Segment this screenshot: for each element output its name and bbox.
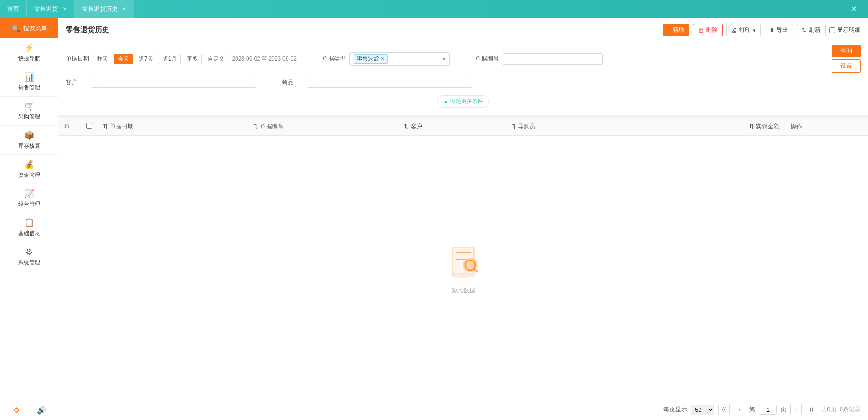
tab-retail-return-label: 零售退货 [34,5,58,13]
col-amount[interactable]: ⇅ 实销金额 [635,118,785,136]
col-guide[interactable]: ⇅ 导购员 [506,118,635,136]
query-button[interactable]: 查询 [832,45,861,57]
empty-icon [441,240,486,281]
voucher-type-label: 单据类型 [322,55,346,63]
tab-retail-return-history[interactable]: 零售退货历史 ✕ [75,0,134,18]
empty-state: 暂无数据 [58,136,868,399]
sidebar-search-button[interactable]: 🔍 搜索菜单 [0,18,58,38]
sidebar: 🔍 搜索菜单 ⚡ 快捷导航 📊 销售管理 🛒 采购管理 📦 库存核算 💰 [0,18,58,420]
quick-nav-icon: ⚡ [24,43,34,53]
tab-retail-return-history-label: 零售退货历史 [82,5,118,13]
setting-button[interactable]: 设置 [832,59,861,73]
voucher-type-filter: 单据类型 零售退货 ✕ ▾ [322,52,450,66]
collapse-filter-button[interactable]: ▲ 收起更多条件 [437,95,489,108]
last-page-button[interactable]: ⟩⟩ [806,404,817,415]
header-actions: + 新增 🗑 删除 🖨 打印 ▾ ⬆ 导出 ↻ [663,24,861,36]
tab-retail-return-close[interactable]: ✕ [62,6,67,12]
collapse-icon: ▲ [443,98,449,105]
goods-input[interactable]: ... [308,77,472,88]
tab-home-label: 首页 [7,5,19,13]
sidebar-settings-button[interactable]: ⚙ [10,404,23,417]
sidebar-item-basic-info[interactable]: 📋 基础信息 [0,213,58,242]
new-button[interactable]: + 新增 [663,24,689,36]
top-bar-right: ✕ [847,2,868,16]
top-bar: 首页 零售退货 ✕ 零售退货历史 ✕ ✕ [0,0,868,18]
table-container: ⚙ ⇅ 单据日期 ⇅ 单据编号 [58,118,868,420]
sidebar-item-finance[interactable]: 💰 资金管理 [0,155,58,184]
refresh-button[interactable]: ↻ 刷新 [797,24,826,36]
sidebar-item-quick-nav[interactable]: ⚡ 快捷导航 [0,38,58,67]
date-btns: 昨天 今天 近7天 近1月 更多 自定义 [93,54,228,64]
goods-filter: 商品 ... [282,77,472,88]
sidebar-item-sales-label: 销售管理 [18,84,40,92]
tab-retail-return-history-close[interactable]: ✕ [122,6,127,12]
empty-text: 暂无数据 [452,287,475,295]
voucher-type-tag-close[interactable]: ✕ [380,56,385,62]
sidebar-item-system-label: 系统管理 [18,259,40,266]
export-icon: ⬆ [770,27,775,34]
search-icon: 🔍 [11,24,21,33]
operations-icon: 📈 [24,189,34,199]
sidebar-item-purchase-label: 采购管理 [18,113,40,121]
next-page-button[interactable]: ⟩ [790,404,802,415]
display-detail-input[interactable] [829,27,835,33]
basic-info-icon: 📋 [24,218,34,228]
table-column-settings-icon[interactable]: ⚙ [64,123,70,130]
sidebar-item-basic-info-label: 基础信息 [18,230,40,237]
voucher-no-input[interactable] [503,53,603,65]
print-icon: 🖨 [731,27,737,34]
page-size-select[interactable]: 20 50 100 [691,405,714,415]
display-detail-checkbox[interactable]: 显示明细 [829,26,861,34]
delete-icon: 🗑 [698,27,704,34]
page-title-row: 零售退货历史 + 新增 🗑 删除 🖨 打印 ▾ ⬆ 导出 [66,24,861,36]
purchase-icon: 🛒 [24,101,34,111]
sidebar-item-purchase[interactable]: 🛒 采购管理 [0,97,58,126]
prev-page-button[interactable]: ⟨ [734,404,745,415]
sidebar-bottom: ⚙ 🔊 [0,400,58,420]
sidebar-item-inventory-label: 库存核算 [18,142,40,150]
voucher-type-select-arrow: ▾ [443,56,446,62]
col-customer[interactable]: ⇅ 客户 [398,118,505,136]
date-btn-1month[interactable]: 近1月 [159,54,181,64]
date-btn-7days[interactable]: 近7天 [135,54,157,64]
sidebar-item-system[interactable]: ⚙ 系统管理 [0,242,58,271]
settings-icon: ⚙ [13,406,20,415]
sidebar-item-inventory[interactable]: 📦 库存核算 [0,126,58,155]
tab-home[interactable]: 首页 [0,0,27,18]
system-icon: ⚙ [26,247,33,257]
date-label: 单据日期 [66,55,89,63]
date-filter: 单据日期 昨天 今天 近7天 近1月 更多 自定义 2023-06-02 至 2… [66,54,297,64]
data-table: ⚙ ⇅ 单据日期 ⇅ 单据编号 [58,118,868,136]
filter-row-1: 单据日期 昨天 今天 近7天 近1月 更多 自定义 2023-06-02 至 2… [66,45,861,73]
date-btn-custom[interactable]: 自定义 [204,54,228,64]
sidebar-item-sales[interactable]: 📊 销售管理 [0,67,58,97]
page-number-input[interactable] [759,405,777,415]
finance-icon: 💰 [24,159,34,169]
window-close-button[interactable]: ✕ [847,2,861,16]
tab-retail-return[interactable]: 零售退货 ✕ [27,0,75,18]
col-no[interactable]: ⇅ 单据编号 [248,118,398,136]
pagination-bar: 每页显示 20 50 100 ⟨⟨ ⟨ 第 页 ⟩ ⟩⟩ 共0页, 0条记录 [58,399,868,420]
date-btn-yesterday[interactable]: 昨天 [93,54,112,64]
voucher-type-select[interactable]: 零售退货 ✕ ▾ [349,52,450,66]
filter-row-2: 客户 ... 商品 ... [66,77,861,88]
sidebar-item-operations-label: 经营管理 [18,200,40,208]
col-date[interactable]: ⇅ 单据日期 [98,118,248,136]
delete-button[interactable]: 🗑 删除 [693,24,723,36]
select-all-checkbox[interactable] [86,123,92,129]
page-title: 零售退货历史 [66,26,109,35]
export-button[interactable]: ⬆ 导出 [765,24,793,36]
date-btn-today[interactable]: 今天 [114,54,133,64]
customer-label: 客户 [66,78,88,87]
sidebar-menu: ⚡ 快捷导航 📊 销售管理 🛒 采购管理 📦 库存核算 💰 资金管理 📈 [0,38,58,400]
sidebar-volume-button[interactable]: 🔊 [35,404,48,417]
page-header: 零售退货历史 + 新增 🗑 删除 🖨 打印 ▾ ⬆ 导出 [58,18,868,115]
first-page-button[interactable]: ⟨⟨ [718,404,730,415]
customer-input[interactable]: ... [92,77,256,88]
date-btn-more[interactable]: 更多 [183,54,202,64]
col-action: 操作 [785,118,868,136]
print-button[interactable]: 🖨 打印 ▾ [726,24,761,36]
sidebar-search-label: 搜索菜单 [23,24,47,32]
sidebar-item-operations[interactable]: 📈 经营管理 [0,184,58,213]
print-chevron-icon: ▾ [753,27,756,34]
